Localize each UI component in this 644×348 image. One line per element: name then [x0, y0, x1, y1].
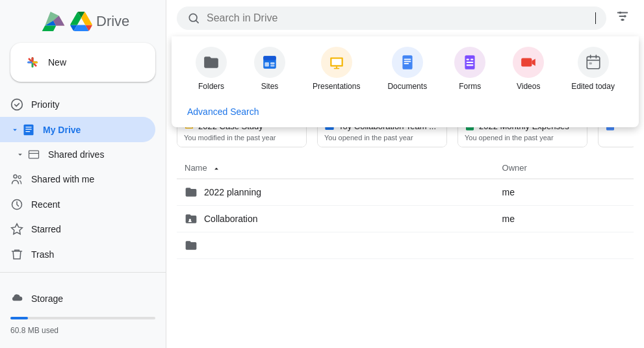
svg-rect-34 — [470, 59, 473, 60]
documents-type-icon — [392, 47, 423, 78]
storage-label: Storage — [31, 293, 63, 304]
sidebar-starred-label: Starred — [31, 224, 61, 234]
table-name-cell-3 — [185, 239, 487, 252]
presentations-label: Presentations — [313, 82, 360, 91]
sort-asc-icon — [212, 164, 221, 173]
table-row[interactable]: Collaboration me — [177, 205, 634, 232]
search-type-edited-today[interactable]: Edited today — [571, 47, 615, 91]
forms-label: Forms — [459, 82, 481, 91]
folders-type-icon — [196, 47, 227, 78]
my-drive-icon — [22, 123, 35, 136]
svg-rect-33 — [467, 59, 469, 60]
svg-rect-8 — [32, 62, 38, 64]
svg-rect-20 — [263, 56, 276, 60]
table-row[interactable] — [177, 232, 634, 258]
search-type-videos[interactable]: Videos — [513, 47, 544, 91]
svg-point-9 — [12, 99, 23, 110]
search-type-documents[interactable]: Documents — [387, 47, 427, 91]
folders-label: Folders — [198, 82, 224, 91]
svg-rect-38 — [587, 56, 600, 68]
sidebar: Drive New — [0, 0, 166, 348]
search-input[interactable] — [207, 12, 589, 24]
card-subtitle-case-study: You modified in the past year — [184, 134, 300, 142]
svg-rect-21 — [264, 62, 269, 67]
app-logo — [70, 12, 92, 31]
svg-rect-35 — [467, 62, 474, 63]
svg-rect-25 — [331, 59, 341, 66]
table-row[interactable]: 2022 planning me — [177, 179, 634, 205]
forms-type-icon — [454, 47, 485, 78]
videos-type-icon — [513, 47, 544, 78]
card-subtitle-expenses: You opened in the past year — [465, 134, 580, 142]
google-drive-logo — [10, 10, 36, 32]
sidebar-priority-label: Priority — [31, 99, 60, 110]
svg-rect-31 — [404, 63, 409, 64]
folder-icon-1 — [185, 186, 198, 199]
videos-label: Videos — [517, 82, 540, 91]
sidebar-item-shared-drives[interactable]: Shared drives — [0, 142, 155, 167]
svg-rect-26 — [336, 67, 337, 68]
sidebar-item-storage[interactable]: Storage — [10, 286, 145, 312]
svg-point-17 — [624, 15, 626, 18]
star-icon — [10, 223, 23, 236]
sidebar-divider — [0, 272, 166, 273]
search-type-presentations[interactable]: Presentations — [313, 47, 360, 91]
svg-rect-22 — [270, 62, 275, 64]
search-bar[interactable] — [177, 6, 606, 30]
svg-rect-30 — [404, 61, 411, 62]
search-bar-container — [166, 0, 644, 36]
documents-label: Documents — [387, 82, 427, 91]
sidebar-trash-label: Trash — [31, 249, 54, 260]
search-type-folders[interactable]: Folders — [196, 47, 227, 91]
search-type-sites[interactable]: Sites — [254, 47, 285, 91]
search-icon — [187, 12, 200, 25]
expand-icon — [10, 125, 19, 134]
svg-rect-42 — [589, 62, 591, 64]
owner-cell-2: me — [495, 205, 634, 232]
drive-logo-icon — [42, 12, 65, 31]
expand-shared-drives-icon — [16, 150, 25, 159]
sidebar-shared-drives-label: Shared drives — [48, 149, 104, 160]
svg-rect-36 — [467, 64, 474, 66]
sidebar-item-recent[interactable]: Recent — [0, 192, 155, 217]
col-owner-header: Owner — [495, 158, 634, 179]
table-name-cell-2: Collaboration — [185, 212, 487, 225]
edited-today-label: Edited today — [571, 82, 615, 91]
sidebar-item-priority[interactable]: Priority — [0, 92, 155, 117]
storage-section: Storage 60.8 MB used — [0, 278, 166, 343]
sidebar-shared-with-me-label: Shared with me — [31, 174, 94, 184]
owner-cell-1: me — [495, 179, 634, 205]
presentations-type-icon — [321, 47, 352, 78]
trash-icon — [10, 248, 23, 261]
cloud-icon — [10, 292, 23, 305]
svg-rect-23 — [270, 65, 275, 66]
svg-point-13 — [18, 176, 21, 179]
main-content: Folders Sites — [166, 0, 644, 348]
search-type-row: Folders Sites — [172, 47, 639, 101]
sidebar-item-shared-with-me[interactable]: Shared with me — [0, 167, 155, 192]
search-type-forms[interactable]: Forms — [454, 47, 485, 91]
new-button[interactable]: New — [10, 43, 155, 82]
advanced-search-link[interactable]: Advanced Search — [172, 101, 639, 122]
file-name-1: 2022 planning — [204, 187, 261, 197]
sites-type-icon — [254, 47, 285, 78]
people-icon — [10, 173, 23, 186]
sidebar-item-starred[interactable]: Starred — [0, 217, 155, 242]
new-button-label: New — [48, 57, 66, 68]
svg-rect-27 — [333, 68, 339, 69]
svg-rect-28 — [402, 55, 412, 69]
storage-used-label: 60.8 MB used — [10, 326, 58, 335]
svg-rect-37 — [521, 58, 532, 67]
sidebar-item-my-drive[interactable]: My Drive — [0, 117, 155, 142]
app-name: Drive — [96, 13, 129, 30]
text-cursor — [595, 12, 596, 24]
filter-icon[interactable] — [612, 5, 634, 31]
folder-shared-icon-2 — [185, 212, 198, 225]
shared-drives-icon — [27, 148, 40, 161]
check-circle-icon — [10, 98, 23, 111]
svg-rect-10 — [29, 151, 39, 158]
col-name-header[interactable]: Name — [177, 158, 495, 179]
sidebar-recent-label: Recent — [31, 199, 60, 210]
plus-icon — [23, 53, 42, 71]
sidebar-item-trash[interactable]: Trash — [0, 242, 155, 267]
